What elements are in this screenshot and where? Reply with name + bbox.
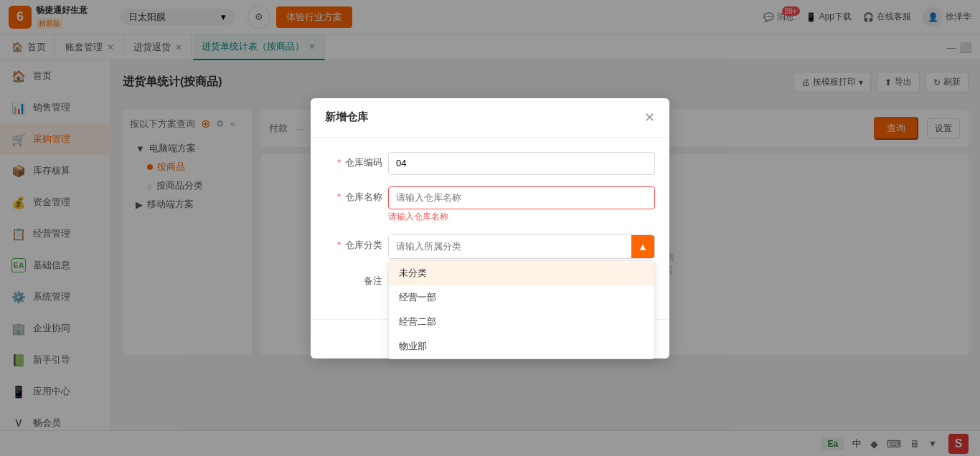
form-code-label: * 仓库编码	[325, 152, 382, 169]
dropdown-item-dept1[interactable]: 经营一部	[389, 285, 654, 310]
category-dropdown-toggle[interactable]: ▲	[631, 235, 654, 258]
add-warehouse-dialog: 新增仓库 ✕ * 仓库编码 * 仓库名称	[311, 98, 669, 358]
form-category-wrap: ▲ 未分类 经营一部 经营二部 物业部	[388, 234, 655, 259]
dialog-header: 新增仓库 ✕	[311, 98, 669, 138]
category-dropdown-list: 未分类 经营一部 经营二部 物业部	[388, 260, 655, 359]
warehouse-code-input[interactable]	[388, 152, 655, 175]
form-row-category: * 仓库分类 ▲ 未分类 经营一部 经营二部 物业部	[325, 234, 655, 259]
dialog-body: * 仓库编码 * 仓库名称 请输入仓库名称	[311, 138, 669, 319]
dialog-close-button[interactable]: ✕	[644, 110, 655, 125]
dropdown-item-unclassified[interactable]: 未分类	[389, 261, 654, 285]
name-error-tip: 请输入仓库名称	[388, 211, 655, 223]
form-row-code: * 仓库编码	[325, 152, 655, 175]
form-row-name: * 仓库名称 请输入仓库名称	[325, 186, 655, 223]
form-code-wrap	[388, 152, 655, 175]
form-note-label: 备注	[325, 270, 382, 288]
dialog-title: 新增仓库	[325, 110, 368, 124]
dropdown-item-dept2[interactable]: 经营二部	[389, 310, 654, 334]
form-name-wrap: 请输入仓库名称	[388, 186, 655, 223]
warehouse-name-input[interactable]	[388, 186, 655, 209]
dropdown-item-dept3[interactable]: 物业部	[389, 334, 654, 358]
form-category-label: * 仓库分类	[325, 234, 382, 252]
dialog-overlay[interactable]: 新增仓库 ✕ * 仓库编码 * 仓库名称	[0, 0, 980, 456]
category-input-group: ▲	[388, 234, 655, 259]
form-name-label: * 仓库名称	[325, 186, 382, 204]
category-input[interactable]	[389, 235, 631, 258]
